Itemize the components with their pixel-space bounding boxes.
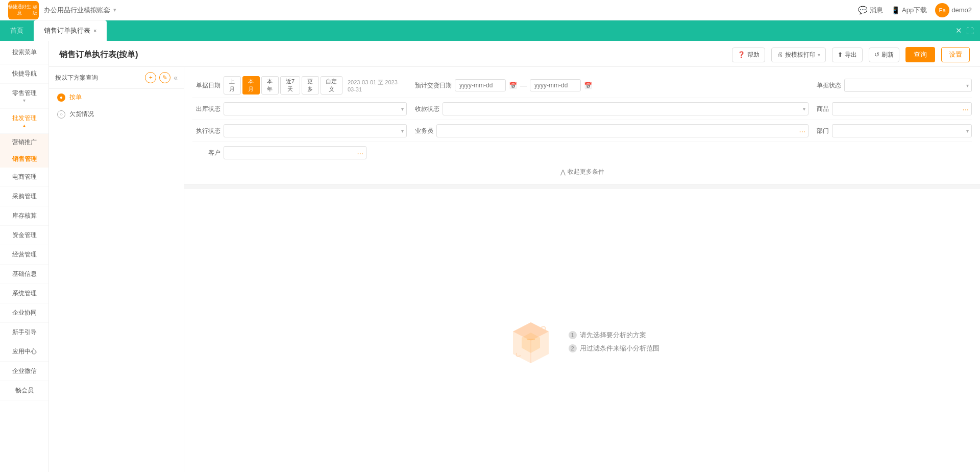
collection-select[interactable] bbox=[443, 102, 808, 115]
page-header: 销售订单执行表(按单) ❓ 帮助 🖨 按模板打印 ▾ ⬆ 导出 ↺ 刷新 bbox=[49, 41, 980, 67]
help-btn[interactable]: ❓ 帮助 bbox=[732, 48, 765, 62]
add-scheme-btn[interactable]: + bbox=[145, 72, 156, 83]
expected-date-end-input[interactable] bbox=[530, 79, 581, 91]
salesman-dots-icon[interactable]: ··· bbox=[799, 127, 805, 135]
print-btn[interactable]: 🖨 按模板打印 ▾ bbox=[771, 48, 826, 62]
sidebar-item-member[interactable]: 畅会员 bbox=[0, 381, 48, 400]
sidebar-item-ecommerce[interactable]: 电商管理 bbox=[0, 168, 48, 187]
date-dash: — bbox=[520, 82, 527, 89]
app-download-icon: 📱 bbox=[891, 6, 900, 14]
this-month-btn[interactable]: 本月 bbox=[242, 76, 260, 95]
filter-block-expected-date: 预计交货日期 📅 — 📅 bbox=[407, 79, 808, 91]
export-btn[interactable]: ⬆ 导出 bbox=[832, 48, 863, 62]
expected-date-label: 预计交货日期 bbox=[415, 81, 452, 90]
custom-btn[interactable]: 自定义 bbox=[321, 76, 342, 95]
tip-text-2: 用过滤条件来缩小分析范围 bbox=[580, 344, 659, 353]
tip-num-1: 1 bbox=[569, 331, 577, 339]
sales-label: 销售管理 bbox=[12, 155, 37, 162]
sidebar-item-finance[interactable]: 资金管理 bbox=[0, 226, 48, 245]
sidebar-item-operation[interactable]: 经营管理 bbox=[0, 245, 48, 265]
sidebar-item-wechat[interactable]: 企业微信 bbox=[0, 362, 48, 381]
more-btn[interactable]: 更多 bbox=[302, 76, 319, 95]
company-selector-area[interactable]: 办公用品行业模拟账套 ▾ bbox=[44, 6, 116, 15]
scheme1-label: 按单 bbox=[69, 93, 82, 102]
operation-label: 经营管理 bbox=[12, 250, 37, 259]
salesman-input[interactable] bbox=[436, 124, 808, 137]
customer-input[interactable] bbox=[224, 146, 366, 159]
out-status-select[interactable] bbox=[224, 102, 407, 115]
help-label: 帮助 bbox=[747, 51, 760, 59]
page-actions: ❓ 帮助 🖨 按模板打印 ▾ ⬆ 导出 ↺ 刷新 查询 设置 bbox=[732, 47, 970, 62]
sidebar-item-enterprise[interactable]: 企业协同 bbox=[0, 303, 48, 323]
sidebar-sub-sales[interactable]: 销售管理 bbox=[0, 151, 48, 168]
empty-tip-2: 2 用过滤条件来缩小分析范围 bbox=[569, 344, 659, 353]
help-icon: ❓ bbox=[738, 51, 745, 58]
message-icon: 💬 bbox=[858, 6, 868, 15]
sidebar-item-purchase[interactable]: 采购管理 bbox=[0, 187, 48, 206]
sidebar-item-appstore[interactable]: 应用中心 bbox=[0, 342, 48, 362]
search-menu-btn[interactable]: 搜索菜单 bbox=[4, 45, 44, 60]
app-logo: 畅捷通好生意 标版 bbox=[8, 1, 39, 19]
collapse-filters-btn[interactable]: ⋀ 收起更多条件 bbox=[192, 163, 972, 178]
tab-close-icon[interactable]: × bbox=[93, 28, 96, 34]
out-status-select-wrapper: ▾ bbox=[224, 102, 407, 115]
sidebar-item-wholesale[interactable]: 批发管理 ▴ bbox=[0, 109, 48, 134]
product-input-wrapper: ··· bbox=[832, 102, 972, 115]
filter-row-3: 执行状态 ▾ 业务员 bbox=[192, 120, 972, 142]
settings-btn[interactable]: 设置 bbox=[941, 47, 970, 62]
customer-input-wrapper: ··· bbox=[224, 146, 366, 159]
empty-state-illustration bbox=[505, 317, 556, 370]
prev-month-btn[interactable]: 上月 bbox=[224, 76, 241, 95]
left-panel-actions: + ✎ « bbox=[145, 72, 178, 83]
export-label: 导出 bbox=[845, 51, 857, 59]
user-area[interactable]: Ea demo2 bbox=[935, 3, 972, 17]
message-label: 消息 bbox=[870, 6, 883, 15]
filter-row-4: 客户 ··· bbox=[192, 142, 972, 163]
sidebar-item-quick-nav[interactable]: 快捷导航 bbox=[0, 64, 48, 84]
collapse-panel-btn[interactable]: « bbox=[174, 74, 178, 82]
company-chevron-icon[interactable]: ▾ bbox=[113, 7, 116, 13]
scheme-item-1[interactable]: ● 按单 bbox=[49, 89, 184, 106]
expected-date-start-input[interactable] bbox=[455, 79, 506, 91]
scheme-item-2[interactable]: ○ 欠货情况 bbox=[49, 106, 184, 123]
collection-status-label: 收款状态 bbox=[415, 105, 439, 113]
customer-label: 客户 bbox=[192, 149, 220, 157]
sidebar-item-basic[interactable]: 基础信息 bbox=[0, 265, 48, 284]
date-label: 单据日期 bbox=[192, 81, 220, 90]
sidebar-item-system[interactable]: 系统管理 bbox=[0, 284, 48, 303]
sidebar-item-inventory[interactable]: 库存核算 bbox=[0, 206, 48, 226]
sidebar-item-retail[interactable]: 零售管理 ▾ bbox=[0, 84, 48, 109]
wholesale-arrow-icon: ▴ bbox=[23, 123, 26, 128]
refresh-btn[interactable]: ↺ 刷新 bbox=[869, 48, 899, 62]
filter-block-status: 单据状态 ▾ bbox=[808, 79, 972, 92]
calendar-end-icon[interactable]: 📅 bbox=[584, 82, 592, 89]
exec-select[interactable] bbox=[224, 124, 407, 137]
message-btn[interactable]: 💬 消息 bbox=[858, 6, 883, 15]
app-download-btn[interactable]: 📱 App下载 bbox=[891, 6, 927, 15]
tab-sales-order-label: 销售订单执行表 bbox=[44, 26, 90, 35]
system-label: 系统管理 bbox=[12, 289, 37, 298]
product-dots-icon[interactable]: ··· bbox=[962, 105, 969, 113]
tab-home[interactable]: 首页 bbox=[0, 20, 34, 41]
collection-select-wrapper: ▾ bbox=[443, 102, 808, 115]
sidebar-search-area[interactable]: 搜索菜单 bbox=[0, 41, 48, 64]
this-year-btn[interactable]: 本年 bbox=[261, 76, 279, 95]
enterprise-label: 企业协同 bbox=[12, 309, 37, 317]
window-close-btn[interactable]: ✕ bbox=[955, 26, 962, 35]
status-label: 单据状态 bbox=[817, 81, 841, 90]
customer-dots-icon[interactable]: ··· bbox=[357, 149, 363, 157]
product-input[interactable] bbox=[832, 102, 972, 115]
basic-label: 基础信息 bbox=[12, 270, 37, 278]
sidebar-sub-marketing[interactable]: 营销推广 bbox=[0, 134, 48, 151]
window-maximize-btn[interactable]: ⛶ bbox=[966, 27, 974, 35]
status-select[interactable] bbox=[844, 79, 972, 92]
sidebar-item-newbie[interactable]: 新手引导 bbox=[0, 323, 48, 342]
department-select[interactable] bbox=[832, 124, 972, 137]
edit-scheme-btn[interactable]: ✎ bbox=[159, 72, 170, 83]
tab-sales-order[interactable]: 销售订单执行表 × bbox=[34, 20, 107, 41]
salesman-input-wrapper: ··· bbox=[436, 124, 808, 137]
query-btn[interactable]: 查询 bbox=[905, 47, 935, 62]
calendar-start-icon[interactable]: 📅 bbox=[509, 82, 517, 89]
print-arrow-icon: ▾ bbox=[818, 52, 820, 58]
seven-days-btn[interactable]: 近7天 bbox=[280, 76, 300, 95]
